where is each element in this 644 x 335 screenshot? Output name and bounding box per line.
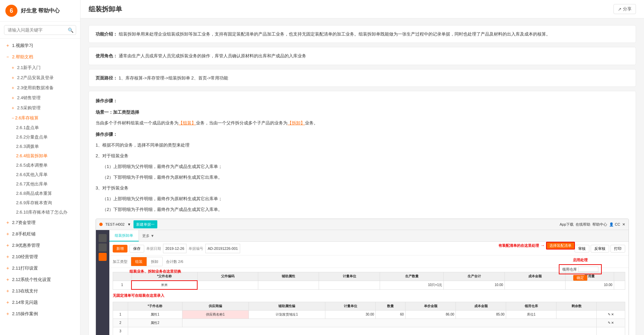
sidebar-item-212[interactable]: ＋ 2.12系统个性化设置 <box>0 274 80 285</box>
sidebar-item-29[interactable]: ＋ 2.9优惠券管理 <box>0 240 80 251</box>
mock-confirm-btn[interactable]: 确定 <box>573 275 587 281</box>
mock-count-label: 合计数 2/6 <box>166 258 183 265</box>
scene1-label: 场景一：加工类型选择 <box>96 108 629 117</box>
btd-action3 <box>596 327 625 335</box>
mock-enable-box: 领用仓库 <box>559 264 602 274</box>
annotation2-text: 组装业务、拆卸业务在这里切换 <box>129 269 181 273</box>
search-input[interactable] <box>4 25 76 35</box>
annotation2-container: 组装业务、拆卸业务在这里切换 <box>129 267 181 276</box>
sidebar-item-22[interactable]: ＋ 2.2产品安装及登录 <box>0 73 80 83</box>
mock-orderno-label: 单据编号 <box>189 245 203 252</box>
expand-icon: ＋ <box>5 311 10 317</box>
bth-unit: 计量单位 <box>325 302 375 311</box>
sidebar-item-214[interactable]: ＋ 2.14常见问题 <box>0 297 80 308</box>
th-checkbox <box>113 272 132 281</box>
step3-sub2: （2）下部明细为子件明细，最终作为产成品生成其它入库单。 <box>96 205 629 214</box>
sidebar-item-21[interactable]: ＋ 2.1新手入门 <box>0 63 80 73</box>
content-area: 功能介绍： 组装拆卸单用来处理企业组装或拆卸等加工业务，支持有固定装配清单的产品… <box>80 18 644 335</box>
btd-num2: 2 <box>113 319 128 327</box>
mock-right-btns: 审核 反审核 打印 <box>575 245 625 253</box>
annotation1-arrow: → <box>540 241 545 250</box>
mock-window-bar: TEST-H002 ▼ 新建单据一 App下载 在线帮助 帮助中心 👤 CC ✕ <box>96 219 629 230</box>
mock-btn-audit[interactable]: 审核 <box>575 245 589 253</box>
sidebar-item-label: 2.15操作案例 <box>12 311 38 317</box>
bth-unit-price: 单价金额 <box>405 302 455 311</box>
mock-btn-new[interactable]: 新增 <box>113 245 127 253</box>
mock-type-disassembly[interactable]: 拆卸 <box>147 257 162 266</box>
annotation1-container: 有装配清单的在这里处理 → 选择装配清单 <box>498 241 575 250</box>
nav-sub-26: 2.6.1盘点单 2.6.2分量盘点单 2.6.3调拨单 2.6.4组装拆卸单 … <box>0 123 80 217</box>
sidebar-item-25[interactable]: ＋ 2.5采购管理 <box>0 103 80 113</box>
td-cost <box>504 281 565 289</box>
expand-icon: ＋ <box>5 242 10 248</box>
mock-select-btn[interactable]: 选择装配清单 <box>546 242 575 249</box>
mock-close-icon[interactable]: ✕ <box>622 221 625 228</box>
link-assembly[interactable]: 【组装】 <box>178 120 196 125</box>
link-disassembly[interactable]: 【拆卸】 <box>287 120 305 125</box>
sidebar-leaf-261[interactable]: 2.6.1盘点单 <box>0 123 80 132</box>
role-block: 使用角色： 通常由生产人员或库管人员完成拆装业务的操作，库管人员确认原材料的出库… <box>89 47 636 65</box>
mock-nav-icons <box>96 230 109 263</box>
btd-unit-price: 86.00 <box>405 311 455 319</box>
td-num: 1 <box>113 281 132 289</box>
expand-icon: ＋ <box>5 265 10 271</box>
sidebar-leaf-265[interactable]: 2.6.5成本调整单 <box>0 161 80 170</box>
role-label: 使用角色： <box>96 53 117 58</box>
mock-app-icon: App下载 <box>559 221 574 228</box>
mock-top-table: *父件名称 父件编码 辅助属性 计量单位 生产数量 生产合计 成本金额 可用量 <box>113 272 625 290</box>
sidebar-item-27[interactable]: ＋ 2.7资金管理 <box>0 217 80 228</box>
bth-warehouse: 领用仓库 <box>506 302 556 311</box>
td-unit <box>319 281 380 289</box>
sidebar-item-210[interactable]: ＋ 2.10经营管理 <box>0 251 80 263</box>
table-row: 1 属性1 供应商名称1 计划发货地址1 30.00 60 86.00 85.0… <box>113 311 625 319</box>
sidebar-item-211[interactable]: ＋ 2.11打印设置 <box>0 263 80 274</box>
collapse-icon: － <box>11 115 15 121</box>
expand-icon: ＋ <box>5 288 10 294</box>
mock-btn-print[interactable]: 打印 <box>610 245 625 253</box>
btd-action2: ✎ ✕ <box>596 319 625 327</box>
bth-cost: 成本金额 <box>456 302 506 311</box>
sidebar-leaf-264[interactable]: 2.6.4组装拆卸单 <box>0 151 80 161</box>
app-logo: 6 <box>5 5 17 17</box>
sidebar-leaf-267[interactable]: 2.6.7其他出库单 <box>0 179 80 189</box>
expand-icon: ＋ <box>5 220 10 226</box>
sidebar-leaf-262[interactable]: 2.6.2分量盘点单 <box>0 132 80 142</box>
mock-tab-more[interactable]: 更多 ▼ <box>139 230 158 241</box>
step2-sub1: （1）上部明细为父件明细，最终作为产成品生成其它入库单； <box>96 162 629 171</box>
expand-icon: ＋ <box>11 95 15 101</box>
mock-new-btn[interactable]: 新建单据一 <box>133 220 157 228</box>
sidebar-item-215[interactable]: ＋ 2.15操作案例 <box>0 308 80 320</box>
sidebar-leaf-268[interactable]: 2.6.8商品成本重算 <box>0 189 80 198</box>
page-title: 组装拆卸单 <box>89 5 122 14</box>
td-prod-total: 10.00 <box>444 281 504 289</box>
sidebar-leaf-269[interactable]: 2.6.9库存账本查询 <box>0 198 80 208</box>
sidebar-leaf-2610[interactable]: 2.6.10库存账本错了怎么办 <box>0 208 80 217</box>
mock-enable-input[interactable] <box>578 267 598 272</box>
sidebar-leaf-266[interactable]: 2.6.6其他入库单 <box>0 170 80 179</box>
bth-action <box>596 302 625 311</box>
sidebar-item-28[interactable]: ＋ 2.8手机旺铺 <box>0 228 80 240</box>
sidebar-item-label: 1.视频学习 <box>12 43 33 49</box>
annotation4-text: 无固定清单可在组装在这里录入 <box>113 293 164 297</box>
mock-enable-label: 领用仓库 <box>562 266 577 273</box>
share-button[interactable]: ↗ 分享 <box>613 4 636 14</box>
mock-btn-other[interactable]: 反审核 <box>591 245 609 253</box>
expand-icon: ＋ <box>11 105 15 111</box>
sidebar-item-24[interactable]: ＋ 2.4销售管理 <box>0 93 80 103</box>
mock-btn-save[interactable]: 保存 <box>129 245 144 253</box>
btd-warehouse: 库位1 <box>506 311 556 319</box>
sidebar-item-1-video[interactable]: ＋ 1.视频学习 <box>0 40 80 51</box>
sidebar-item-23[interactable]: ＋ 2.3使用前数据准备 <box>0 83 80 93</box>
func-intro-block: 功能介绍： 组装拆卸单用来处理企业组装或拆卸等加工业务，支持有固定装配清单的产品… <box>89 25 636 43</box>
btd-num3: 3 <box>113 327 128 335</box>
mock-dropdown-icon: ▼ <box>127 221 131 228</box>
mock-type-assembly[interactable]: 组装 <box>131 257 147 266</box>
sidebar-item-26[interactable]: － 2.6库存核算 <box>0 113 80 123</box>
sidebar-leaf-263[interactable]: 2.6.3调拨单 <box>0 142 80 151</box>
btd-cost: 85.00 <box>456 311 506 319</box>
sidebar-item-213[interactable]: ＋ 2.13在线支付 <box>0 285 80 297</box>
sidebar-item-2-docs[interactable]: － 2.帮助文档 <box>0 51 80 63</box>
th-cost: 成本金额 <box>504 272 565 281</box>
search-icon[interactable]: 🔍 <box>68 27 73 33</box>
mock-tab-new[interactable]: 组装拆卸单 <box>109 230 139 241</box>
